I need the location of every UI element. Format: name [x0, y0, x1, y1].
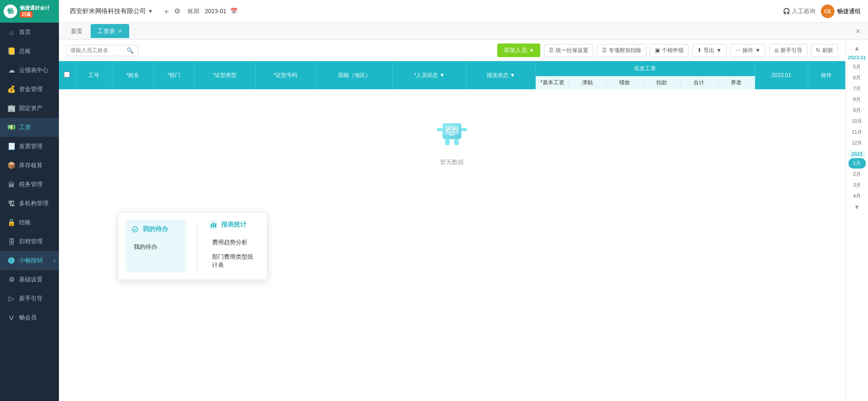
sidebar-item-multi-org[interactable]: 🏗 多机构管理 [0, 194, 59, 213]
add-person-button[interactable]: 添加人员 ▼ [497, 43, 540, 57]
special-deduction-button[interactable]: ☰ 专项附加扣除 [597, 44, 646, 57]
svg-rect-1 [445, 126, 459, 134]
home-icon: ⌂ [7, 29, 15, 36]
topbar: 西安虾米网络科技有限公司 ▼ ＋ ⚙ 账期 2023-01 📅 🎧 人工咨询 C… [59, 0, 868, 23]
timeline-month-11[interactable]: 11月 [849, 127, 866, 137]
sidebar-label-basic: 基础设置 [19, 275, 43, 284]
period-value: 2023-01 [205, 8, 227, 14]
sidebar-item-xiaochang[interactable]: 🅒 小畅报销 ‹ [0, 251, 59, 270]
export-button[interactable]: ⬆ 导出 ▼ [692, 44, 727, 57]
toolbar: 🔍 添加人员 ▼ ☰ 统一社保设置 ☰ 专项附加扣除 [59, 40, 845, 61]
timeline-month-2[interactable]: 2月 [849, 169, 866, 179]
col-total: 合计 [680, 76, 718, 89]
fixed-assets-icon: 🏢 [7, 104, 15, 112]
col-id-type: *证型类型 [194, 61, 255, 89]
timeline-month-10[interactable]: 10月 [849, 116, 866, 126]
close-tab-icon[interactable]: ✕ [118, 28, 122, 34]
sidebar-label-ledger: 总账 [19, 47, 31, 55]
sidebar-item-fund[interactable]: 💰 资金管理 [0, 80, 59, 99]
sidebar-label-fixed-assets: 固定资产 [19, 104, 43, 112]
personal-tax-button[interactable]: ▣ 个税申报 [650, 44, 689, 57]
timeline-month-12[interactable]: 12月 [849, 138, 866, 148]
popup-report-item-2[interactable]: 部门费用类型统计表 [209, 250, 260, 272]
service-label: 人工咨询 [792, 7, 815, 15]
sidebar-label-invoice: 发票管理 [19, 142, 43, 150]
sidebar-item-home[interactable]: ⌂ 首页 [0, 23, 59, 42]
sidebar-item-basic[interactable]: ⚙ 基础设置 [0, 270, 59, 289]
svg-rect-8 [437, 128, 443, 131]
popup-todo-item-1[interactable]: 我的待办 [130, 240, 182, 254]
select-all-checkbox[interactable] [64, 72, 70, 77]
calendar-icon[interactable]: 📅 [230, 8, 238, 14]
company-selector[interactable]: 西安虾米网络科技有限公司 ▼ [66, 5, 157, 17]
col-dept: *部门 [153, 61, 194, 89]
guide-icon: ◎ [774, 47, 779, 53]
timeline-month-3[interactable]: 3月 [849, 180, 866, 190]
refresh-label: 刷新 [822, 47, 833, 54]
service-button[interactable]: 🎧 人工咨询 [783, 7, 815, 15]
close-window-icon[interactable]: ✕ [853, 26, 863, 37]
timeline-down-icon[interactable]: ▼ [852, 202, 862, 213]
add-company-button[interactable]: ＋ [162, 6, 170, 17]
special-label: 专项附加扣除 [609, 47, 641, 54]
timeline-month-8[interactable]: 8月 [849, 94, 866, 105]
new-guide-button[interactable]: ◎ 新手引导 [769, 44, 807, 57]
sidebar-label-fund: 资金管理 [19, 85, 43, 93]
search-input[interactable] [70, 47, 125, 53]
sidebar-item-close[interactable]: 🔒 结账 [0, 213, 59, 232]
inventory-icon: 📦 [7, 161, 15, 169]
sidebar-item-cloud-report[interactable]: ☁ 云报表中心 [0, 61, 59, 80]
user-menu[interactable]: CE 畅捷通组 [821, 5, 861, 18]
timeline-prev-year-label: 2023.01 [846, 54, 868, 61]
timeline-month-7[interactable]: 7月 [849, 83, 866, 94]
content-area: 🔍 添加人员 ▼ ☰ 统一社保设置 ☰ 专项附加扣除 [59, 40, 868, 401]
col-deduction: 扣款 [643, 76, 680, 89]
tax-icon: 🏛 [7, 181, 15, 188]
tab-salary-table[interactable]: 工资表 ✕ [91, 24, 129, 38]
timeline-month-4[interactable]: 4月 [849, 191, 866, 201]
sidebar-item-inventory[interactable]: 📦 库存核算 [0, 156, 59, 175]
col-performance: 绩效 [606, 76, 643, 89]
sidebar-item-fixed-assets[interactable]: 🏢 固定资产 [0, 99, 59, 118]
col-checkbox[interactable] [59, 61, 75, 89]
empty-state: 暂无数据 [59, 89, 845, 193]
popup-report-title: 报表统计 [221, 221, 247, 229]
avatar: CE [821, 5, 834, 18]
filter-icon[interactable]: ▼ [440, 72, 445, 78]
popup-report-header: 报表统计 [209, 220, 260, 230]
sidebar-item-invoice[interactable]: 🧾 发票管理 [0, 137, 59, 156]
report-filter-icon[interactable]: ▼ [510, 72, 515, 78]
social-insurance-button[interactable]: ☰ 统一社保设置 [544, 44, 593, 57]
sidebar-item-vip[interactable]: V 畅会员 [0, 308, 59, 327]
settings-button[interactable]: ⚙ [174, 7, 180, 15]
archive-icon: 🗄 [7, 238, 15, 246]
timeline-month-9[interactable]: 9月 [849, 105, 866, 116]
popup-report-item-1[interactable]: 费用趋势分析 [209, 235, 260, 250]
table-body: 暂无数据 [59, 89, 845, 193]
col-id-number: *证型号码 [255, 61, 316, 89]
sidebar-item-tax[interactable]: 🏛 税务管理 [0, 175, 59, 194]
timeline-month-6[interactable]: 6月 [849, 72, 866, 83]
sidebar-item-archive[interactable]: 🗄 归档管理 [0, 232, 59, 251]
basic-icon: ⚙ [7, 275, 15, 284]
tab-home[interactable]: 首页 [64, 24, 89, 38]
operation-button[interactable]: ⋯ 操作 ▼ [730, 44, 766, 57]
headset-icon: 🎧 [783, 8, 790, 14]
timeline-month-5[interactable]: 5月 [849, 62, 866, 72]
sidebar: 畅 畅捷通好会计 闪速 ⌂ 首页 📒 总账 ☁ 云报表中心 💰 资金管理 🏢 固… [0, 0, 59, 401]
col-status: *人员状态 ▼ [393, 61, 466, 89]
salary-icon: 💵 [7, 123, 15, 131]
guide-label: 新手引导 [781, 47, 802, 54]
user-initials: CE [824, 9, 831, 14]
timeline-up-icon[interactable]: ▲ [852, 43, 862, 53]
empty-row: 暂无数据 [59, 89, 845, 193]
refresh-button[interactable]: ↻ 刷新 [811, 44, 838, 57]
sidebar-item-ledger[interactable]: 📒 总账 [0, 42, 59, 61]
timeline-month-1[interactable]: 1月 [849, 158, 866, 169]
search-box[interactable]: 🔍 [66, 45, 139, 56]
sidebar-label-home: 首页 [19, 28, 31, 36]
sidebar-item-newguide[interactable]: ▷ 新手引导 [0, 289, 59, 308]
company-dropdown-icon: ▼ [148, 8, 153, 14]
app-logo: 畅 畅捷通好会计 闪速 [0, 0, 59, 23]
sidebar-item-salary[interactable]: 💵 工资 [0, 118, 59, 137]
